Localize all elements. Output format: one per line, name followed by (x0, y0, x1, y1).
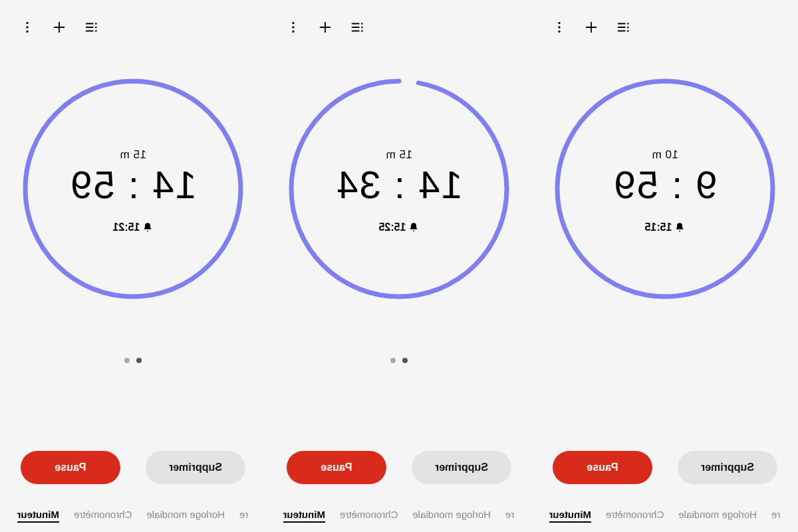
tab-stopwatch[interactable]: Chronomètre (340, 509, 398, 523)
bottom-tabs: re Horloge mondiale Chronomètre Minuteur (532, 509, 798, 523)
svg-point-10 (558, 31, 560, 33)
list-icon[interactable] (84, 20, 98, 35)
page-dots (390, 358, 408, 363)
tab-cut[interactable]: re (505, 509, 520, 523)
delete-button[interactable]: Supprimer (412, 451, 511, 484)
tab-timer[interactable]: Minuteur (17, 509, 59, 523)
timer-dial: 10 m 9 : 59 15:15 (552, 76, 778, 302)
delete-button[interactable]: Supprimer (678, 451, 777, 484)
timer-label: 15 m (386, 148, 412, 162)
timer-screen-1: 10 m 9 : 59 15:15 Supprimer Pause re Hor… (532, 0, 798, 532)
alarm-time: 15:25 (379, 221, 420, 233)
bell-icon (408, 222, 419, 233)
timer-actions: Supprimer Pause (266, 451, 532, 484)
bottom-tabs: re Horloge mondiale Chronomètre Minuteur (266, 509, 532, 523)
list-icon[interactable] (616, 20, 630, 35)
timer-actions: Supprimer Pause (0, 451, 266, 484)
tab-timer[interactable]: Minuteur (283, 509, 325, 523)
toolbar (20, 20, 98, 35)
svg-point-12 (362, 23, 362, 24)
timer-label: 15 m (120, 148, 146, 162)
timer-remaining[interactable]: 9 : 59 (612, 166, 717, 204)
pause-button[interactable]: Pause (21, 451, 120, 484)
timer-remaining[interactable]: 14 : 59 (69, 166, 196, 204)
svg-point-21 (292, 26, 294, 28)
tab-worldclock[interactable]: Horloge mondiale (678, 509, 757, 523)
bottom-tabs: re Horloge mondiale Chronomètre Minuteur (0, 509, 266, 523)
tab-worldclock[interactable]: Horloge mondiale (412, 509, 491, 523)
alarm-time-text: 15:25 (379, 221, 406, 233)
list-icon[interactable] (350, 20, 364, 35)
add-icon[interactable] (584, 20, 598, 35)
page-dot[interactable] (124, 358, 130, 363)
svg-point-34 (26, 31, 28, 33)
bell-icon (142, 222, 153, 233)
page-dots (124, 358, 142, 363)
tab-cut[interactable]: re (771, 509, 786, 523)
svg-point-16 (362, 31, 362, 31)
timer-remaining[interactable]: 14 : 34 (335, 166, 462, 204)
alarm-time-text: 15:21 (113, 221, 140, 233)
pause-button[interactable]: Pause (287, 451, 386, 484)
add-icon[interactable] (52, 20, 66, 35)
more-icon[interactable] (286, 20, 301, 35)
svg-point-0 (628, 23, 628, 24)
svg-point-26 (96, 27, 96, 28)
more-icon[interactable] (552, 20, 567, 35)
timer-dial: 15 m 14 : 34 15:25 (286, 76, 512, 302)
more-icon[interactable] (20, 20, 35, 35)
svg-point-4 (628, 31, 628, 31)
page-dot[interactable] (390, 358, 396, 363)
alarm-time: 15:15 (645, 221, 686, 233)
tab-stopwatch[interactable]: Chronomètre (606, 509, 664, 523)
svg-point-20 (292, 22, 294, 24)
tab-cut[interactable]: re (239, 509, 254, 523)
alarm-time: 15:21 (113, 221, 154, 233)
svg-point-28 (96, 31, 96, 31)
tab-worldclock[interactable]: Horloge mondiale (146, 509, 225, 523)
svg-point-14 (362, 27, 362, 28)
toolbar (552, 20, 630, 35)
timer-screen-3: 15 m 14 : 59 15:21 Supprimer Pause re Ho… (0, 0, 266, 532)
timer-actions: Supprimer Pause (532, 451, 798, 484)
bell-icon (674, 222, 685, 233)
svg-point-8 (558, 22, 560, 24)
tab-timer[interactable]: Minuteur (549, 509, 591, 523)
svg-point-2 (628, 27, 628, 28)
timer-screen-2: 15 m 14 : 34 15:25 Supprimer Pause re Ho… (266, 0, 532, 532)
page-dot[interactable] (402, 358, 408, 363)
delete-button[interactable]: Supprimer (146, 451, 245, 484)
timer-label: 10 m (652, 148, 678, 162)
alarm-time-text: 15:15 (645, 221, 672, 233)
add-icon[interactable] (318, 20, 332, 35)
timer-dial: 15 m 14 : 59 15:21 (20, 76, 246, 302)
pause-button[interactable]: Pause (553, 451, 652, 484)
svg-point-32 (26, 22, 28, 24)
svg-point-22 (292, 31, 294, 33)
svg-point-9 (558, 26, 560, 28)
tab-stopwatch[interactable]: Chronomètre (74, 509, 132, 523)
svg-point-24 (96, 23, 96, 24)
svg-point-33 (26, 26, 28, 28)
page-dot[interactable] (136, 358, 142, 363)
toolbar (286, 20, 364, 35)
